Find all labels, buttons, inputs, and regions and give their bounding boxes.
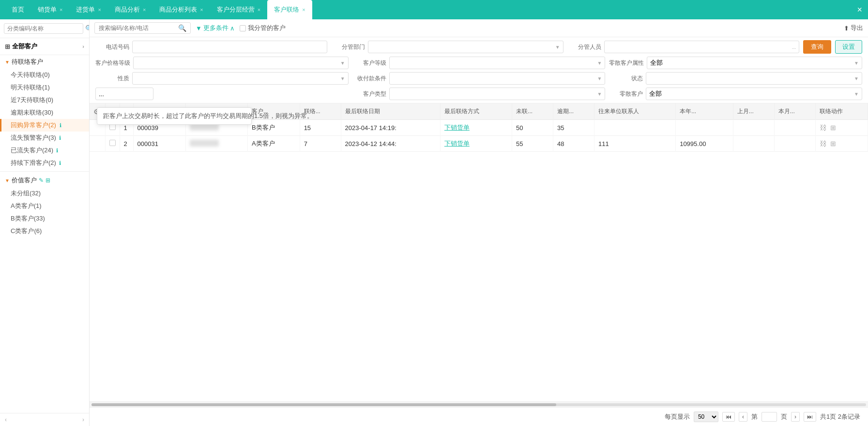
td-unit-contact (594, 120, 675, 136)
nav-close-contact[interactable]: × (302, 7, 305, 13)
sidebar-item-declining[interactable]: 持续下滑客户(2) ℹ (0, 157, 89, 169)
sidebar-item-today[interactable]: 今天待联络(0) (0, 69, 89, 81)
filter-nature-label: 性质 (95, 74, 129, 83)
search-icon[interactable]: 🔍 (178, 24, 186, 32)
nav-close-purchase[interactable]: × (98, 7, 101, 13)
customer-search-input[interactable] (99, 25, 176, 31)
td-settings (90, 136, 105, 152)
nav-item-contact[interactable]: 客户联络 × (267, 0, 312, 19)
scrollbar-thumb[interactable] (91, 403, 556, 406)
more-conditions-btn[interactable]: ▼ 更多条件 ∧ (196, 24, 235, 32)
filter-manager-select[interactable]: ... (604, 41, 799, 53)
link-action-icon[interactable]: ⛓ (820, 140, 826, 147)
filter-customerlevel-label: 客户等级 (352, 59, 386, 67)
info-icon-2[interactable]: ℹ (59, 135, 61, 141)
filter-dots-field: ... (95, 88, 349, 100)
grid-action-icon[interactable]: ⊞ (830, 140, 836, 147)
nav-item-analysis[interactable]: 商品分析 × (108, 0, 152, 19)
sidebar-item-7days[interactable]: 近7天待联络(0) (0, 94, 89, 106)
export-btn[interactable]: ⬆ 导出 (844, 24, 863, 32)
sidebar-item-churned[interactable]: 已流失客户(24) ℹ (0, 144, 89, 157)
triangle-icon: ▼ (5, 59, 10, 65)
nav-item-home[interactable]: 首页 (5, 0, 31, 19)
nav-item-segmentation[interactable]: 客户分层经营 × (210, 0, 267, 19)
sidebar-next-arrow[interactable]: › (82, 416, 84, 423)
sidebar: 🔍 ⊞ 全部客户 › ▼ 待联络客户 今天待联络(0) 明天待联络(1) 近7天… (0, 19, 90, 426)
nav-close-analysis[interactable]: × (143, 7, 146, 13)
nav-item-purchase[interactable]: 进货单 × (69, 0, 107, 19)
export-icon: ⬆ (844, 25, 849, 32)
th-last-month: 上月... (733, 103, 774, 120)
th-this-month: 本月... (774, 103, 815, 120)
prev-page-btn[interactable]: ‹ (739, 412, 747, 422)
th-unit-contact: 往来单位联系人 (594, 103, 675, 120)
checkbox-icon[interactable] (240, 25, 246, 31)
query-button[interactable]: 查询 (803, 40, 831, 54)
bottom-scrollbar[interactable] (90, 401, 868, 407)
filter-pricelevel-select[interactable]: ▼ (133, 57, 349, 69)
info-icon-3[interactable]: ℹ (56, 147, 58, 153)
mgr-arrow: ... (792, 44, 796, 50)
link-action-icon[interactable]: ⛓ (820, 124, 826, 132)
sidebar-item-class-b[interactable]: B类客户(33) (0, 212, 89, 225)
nav-close-sales[interactable]: × (60, 7, 62, 13)
settings-button[interactable]: 设置 (835, 40, 862, 54)
filter-nature-select[interactable]: ▼ (132, 72, 349, 85)
filter-row-4: ... 客户类型 ▼ 零散客户 全部 ▼ (95, 88, 862, 100)
my-customers-checkbox[interactable]: 我分管的客户 (240, 24, 286, 32)
th-uncontacted: 未联... (512, 103, 553, 120)
first-page-btn[interactable]: ⏮ (722, 412, 735, 422)
contact-method-link[interactable]: 下销货单 (444, 140, 470, 147)
dept-arrow: ▼ (555, 44, 560, 50)
sidebar-value-group[interactable]: ▼ 价值客户 ✎ ⊞ (0, 174, 89, 187)
sidebar-prev-arrow[interactable]: ‹ (5, 416, 7, 423)
next-page-btn[interactable]: › (791, 412, 800, 422)
sidebar-search-input[interactable] (4, 23, 83, 34)
filter-phone-input[interactable] (132, 41, 327, 53)
edit-icon[interactable]: ✎ (39, 177, 44, 184)
filter-payment-select[interactable]: ▼ (389, 72, 606, 85)
sidebar-item-overdue[interactable]: 逾期未联络(30) (0, 106, 89, 119)
nav-close-segmentation[interactable]: × (258, 7, 260, 13)
sidebar-search-icon[interactable]: 🔍 (85, 25, 90, 32)
sidebar-bottom: ‹ › (0, 413, 89, 426)
sidebar-all-customers[interactable]: ⊞ 全部客户 › (0, 38, 89, 55)
contact-method-link[interactable]: 下销货单 (444, 124, 470, 131)
sidebar-section-waiting[interactable]: ▼ 待联络客户 (0, 55, 89, 69)
page-input[interactable]: 1 (761, 412, 777, 422)
row-checkbox[interactable] (109, 140, 116, 146)
filter-dept-select[interactable]: ▼ (368, 41, 563, 53)
sidebar-item-churn-warning[interactable]: 流失预警客户(3) ℹ (0, 132, 89, 144)
nav-close-analysis-list[interactable]: × (200, 7, 203, 13)
filter-retail-attr-select[interactable]: 全部 ▼ (647, 57, 862, 69)
filter-customerlevel-select[interactable]: ▼ (389, 57, 606, 69)
sidebar-item-class-a[interactable]: A类客户(1) (0, 200, 89, 212)
filter-status-select[interactable]: ▼ (646, 72, 862, 85)
sidebar-item-tomorrow[interactable]: 明天待联络(1) (0, 81, 89, 94)
grid-action-icon[interactable]: ⊞ (830, 124, 836, 132)
payment-arrow: ▼ (597, 76, 602, 81)
per-page-select[interactable]: 50 20 100 (694, 411, 718, 422)
main-layout: 🔍 ⊞ 全部客户 › ▼ 待联络客户 今天待联络(0) 明天待联络(1) 近7天… (0, 19, 868, 426)
content-area: 🔍 ▼ 更多条件 ∧ 我分管的客户 ⬆ 导出 电话号码 (90, 19, 868, 426)
sidebar-item-ungrouped[interactable]: 未分组(32) (0, 187, 89, 200)
filter-retail-customer-select[interactable]: 全部 ▼ (646, 88, 862, 100)
filter-status-field: 状态 ▼ (609, 72, 862, 85)
sidebar-item-repurchase-abnormal[interactable]: 回购异常客户(2) ℹ (0, 119, 89, 132)
edit-icon2[interactable]: ⊞ (46, 177, 50, 184)
sidebar-item-class-c[interactable]: C类客户(6) (0, 225, 89, 237)
filter-customer-type-select[interactable]: ▼ (389, 88, 606, 100)
th-this-year: 本年... (676, 103, 733, 120)
scrollbar-track[interactable] (91, 403, 866, 406)
last-page-btn[interactable]: ⏭ (804, 412, 816, 422)
nav-item-analysis-list[interactable]: 商品分析列表 × (152, 0, 210, 19)
filter-dots-btn[interactable]: ... (95, 88, 153, 100)
th-overdue: 逾期... (553, 103, 594, 120)
close-all-tabs[interactable]: × (857, 5, 862, 15)
nav-item-sales[interactable]: 销货单 × (31, 0, 69, 19)
info-icon-4[interactable]: ℹ (59, 160, 61, 166)
info-icon[interactable]: ℹ (60, 122, 61, 129)
ctype-arrow: ▼ (597, 91, 602, 97)
dots-text: ... (99, 90, 104, 98)
total-label: 共1页 2条记录 (820, 412, 860, 421)
